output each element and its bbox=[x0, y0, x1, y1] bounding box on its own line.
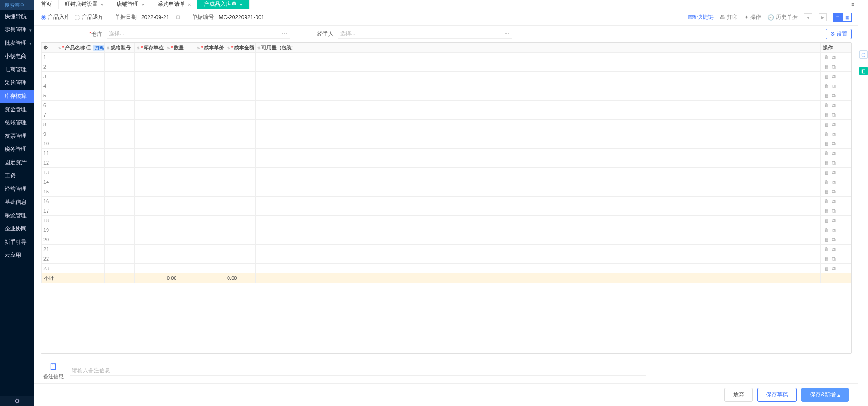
col-qty[interactable]: ⇅*数量 bbox=[165, 43, 195, 53]
cell[interactable] bbox=[56, 187, 105, 197]
table-row[interactable]: 6🗑⧉ bbox=[42, 101, 851, 110]
tab-2[interactable]: 店铺管理× bbox=[110, 0, 151, 9]
sidebar-item-15[interactable]: 系统管理 bbox=[0, 209, 34, 222]
col-available[interactable]: ⇅可用量（包装） bbox=[256, 43, 821, 53]
save-draft-button[interactable]: 保存草稿 bbox=[757, 388, 797, 402]
cell[interactable] bbox=[135, 177, 165, 187]
prev-record-button[interactable]: ◂ bbox=[804, 13, 812, 21]
copy-icon[interactable]: ⧉ bbox=[832, 122, 836, 127]
cell[interactable] bbox=[165, 216, 195, 225]
cell[interactable] bbox=[225, 168, 256, 177]
save-new-button[interactable]: 保存&新增 ▴ bbox=[801, 388, 849, 402]
cell[interactable] bbox=[256, 139, 821, 149]
sidebar-item-2[interactable]: 批发管理▾ bbox=[0, 37, 34, 50]
cell[interactable] bbox=[165, 235, 195, 245]
cell[interactable] bbox=[195, 139, 225, 149]
sidebar-item-8[interactable]: 总账管理 bbox=[0, 116, 34, 129]
table-row[interactable]: 9🗑⧉ bbox=[42, 129, 851, 139]
sidebar-item-6[interactable]: 库存核算 bbox=[0, 90, 34, 103]
cell[interactable] bbox=[135, 225, 165, 235]
table-row[interactable]: 3🗑⧉ bbox=[42, 72, 851, 81]
cell[interactable] bbox=[56, 81, 105, 91]
tab-4[interactable]: 产成品入库单× bbox=[197, 0, 249, 9]
tabs-overflow[interactable]: ≡ bbox=[847, 0, 858, 9]
cell[interactable] bbox=[256, 168, 821, 177]
tab-0[interactable]: 首页 bbox=[34, 0, 59, 9]
table-row[interactable]: 1🗑⧉ bbox=[42, 53, 851, 62]
cell[interactable] bbox=[135, 197, 165, 206]
cell[interactable] bbox=[105, 101, 135, 110]
cell[interactable] bbox=[165, 197, 195, 206]
cell[interactable] bbox=[56, 177, 105, 187]
next-record-button[interactable]: ▸ bbox=[819, 13, 827, 21]
cell[interactable] bbox=[105, 264, 135, 273]
cell[interactable] bbox=[195, 81, 225, 91]
cell[interactable] bbox=[105, 81, 135, 91]
cell[interactable] bbox=[195, 101, 225, 110]
cell[interactable] bbox=[56, 216, 105, 225]
sidebar-search[interactable]: 搜索菜单 bbox=[0, 0, 34, 10]
cell[interactable] bbox=[165, 177, 195, 187]
radio-product-out[interactable]: 产品退库 bbox=[75, 13, 104, 21]
cell[interactable] bbox=[165, 206, 195, 216]
delete-icon[interactable]: 🗑 bbox=[824, 112, 829, 118]
col-amount[interactable]: ⇅*成本金额 bbox=[225, 43, 256, 53]
copy-icon[interactable]: ⧉ bbox=[832, 93, 836, 98]
table-row[interactable]: 22🗑⧉ bbox=[42, 254, 851, 264]
cell[interactable] bbox=[105, 197, 135, 206]
table-row[interactable]: 17🗑⧉ bbox=[42, 206, 851, 216]
cell[interactable] bbox=[105, 129, 135, 139]
cell[interactable] bbox=[135, 187, 165, 197]
cell[interactable] bbox=[56, 91, 105, 101]
table-row[interactable]: 5🗑⧉ bbox=[42, 91, 851, 101]
cell[interactable] bbox=[105, 254, 135, 264]
cell[interactable] bbox=[105, 245, 135, 254]
table-row[interactable]: 16🗑⧉ bbox=[42, 197, 851, 206]
cell[interactable] bbox=[135, 62, 165, 72]
delete-icon[interactable]: 🗑 bbox=[824, 170, 829, 175]
cell[interactable] bbox=[56, 53, 105, 62]
cell[interactable] bbox=[56, 206, 105, 216]
cell[interactable] bbox=[225, 245, 256, 254]
cell[interactable] bbox=[165, 254, 195, 264]
cell[interactable] bbox=[135, 139, 165, 149]
cell[interactable] bbox=[195, 149, 225, 158]
cell[interactable] bbox=[165, 81, 195, 91]
delete-icon[interactable]: 🗑 bbox=[824, 141, 829, 146]
cell[interactable] bbox=[225, 264, 256, 273]
cell[interactable] bbox=[195, 225, 225, 235]
sidebar-item-13[interactable]: 经营管理 bbox=[0, 182, 34, 196]
cell[interactable] bbox=[105, 72, 135, 81]
table-row[interactable]: 7🗑⧉ bbox=[42, 110, 851, 120]
table-row[interactable]: 15🗑⧉ bbox=[42, 187, 851, 197]
handler-select[interactable]: 选择... ⋯ bbox=[338, 29, 512, 39]
cell[interactable] bbox=[256, 254, 821, 264]
cell[interactable] bbox=[256, 206, 821, 216]
cell[interactable] bbox=[225, 235, 256, 245]
cell[interactable] bbox=[105, 91, 135, 101]
cell[interactable] bbox=[256, 177, 821, 187]
cell[interactable] bbox=[105, 235, 135, 245]
cell[interactable] bbox=[225, 216, 256, 225]
table-row[interactable]: 20🗑⧉ bbox=[42, 235, 851, 245]
delete-icon[interactable]: 🗑 bbox=[824, 198, 829, 204]
cell[interactable] bbox=[105, 206, 135, 216]
cell[interactable] bbox=[225, 149, 256, 158]
copy-icon[interactable]: ⧉ bbox=[832, 189, 836, 194]
cell[interactable] bbox=[225, 91, 256, 101]
cell[interactable] bbox=[225, 129, 256, 139]
copy-icon[interactable]: ⧉ bbox=[832, 218, 836, 223]
cell[interactable] bbox=[56, 120, 105, 129]
cell[interactable] bbox=[195, 187, 225, 197]
cell[interactable] bbox=[256, 91, 821, 101]
delete-icon[interactable]: 🗑 bbox=[824, 150, 829, 156]
table-row[interactable]: 21🗑⧉ bbox=[42, 245, 851, 254]
cell[interactable] bbox=[135, 235, 165, 245]
cell[interactable] bbox=[105, 110, 135, 120]
cell[interactable] bbox=[56, 264, 105, 273]
rail-button-1[interactable]: ▢ bbox=[859, 50, 868, 59]
cell[interactable] bbox=[56, 245, 105, 254]
copy-icon[interactable]: ⧉ bbox=[832, 150, 836, 156]
cell[interactable] bbox=[256, 149, 821, 158]
cell[interactable] bbox=[225, 254, 256, 264]
